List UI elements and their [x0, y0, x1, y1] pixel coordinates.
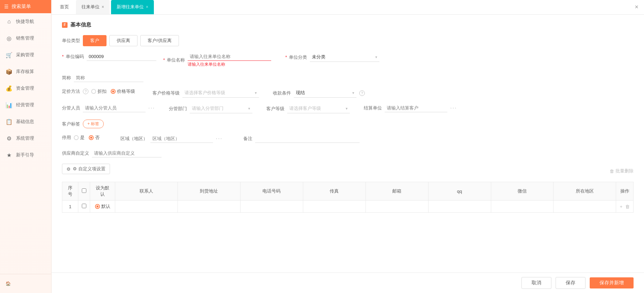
- col-email: 邮箱: [366, 182, 428, 201]
- unit-type-label: 单位类型: [62, 38, 80, 44]
- table-section: ⚙ ⚙ 自定义项设置 🗑 批量删除 序号 设为默认 联系人 到货地址: [62, 164, 634, 213]
- customer-level-select[interactable]: 请选择客户等级 ▾: [287, 104, 350, 113]
- payment-terms-select[interactable]: 现结 ▾: [294, 88, 356, 98]
- contacts-table: 序号 设为默认 联系人 到货地址 电话号码 传真 邮箱 qq 微信 所在地区 操…: [62, 182, 634, 213]
- form-row-5: 客户标签 + 标签: [62, 120, 634, 128]
- unit-btn-supplier[interactable]: 供应离: [109, 35, 138, 46]
- pricing-method-label: 定价方法: [62, 88, 80, 95]
- supplier-custom-field: 供应商自定义: [62, 149, 162, 157]
- footer: 取消 保存 保存并新增: [52, 272, 644, 293]
- cell-contact: [115, 201, 178, 213]
- department-select[interactable]: 请输入分管部门 ▾: [190, 104, 252, 113]
- remark-field: 备注: [243, 135, 360, 143]
- short-name-input[interactable]: [74, 74, 143, 82]
- unit-name-label: * 单位名称: [163, 57, 185, 63]
- add-row-icon[interactable]: +: [620, 204, 622, 209]
- custom-settings-button[interactable]: ⚙ ⚙ 自定义项设置: [62, 164, 110, 174]
- form-row-7: 供应商自定义: [62, 149, 634, 157]
- disabled-no-radio[interactable]: 否: [89, 135, 100, 141]
- select-all-checkbox[interactable]: [82, 188, 86, 193]
- unit-category-arrow: ▾: [375, 55, 377, 59]
- sidebar-item-basic-info[interactable]: 📋 基础信息: [0, 113, 51, 130]
- disabled-radio-group: 是 否: [74, 135, 100, 141]
- sidebar-item-purchase-mgmt[interactable]: 🛒 采购管理: [0, 47, 51, 63]
- purchase-icon: 🛒: [6, 51, 13, 58]
- manager-input[interactable]: [83, 104, 146, 112]
- unit-name-error: 请输入往来单位名称: [188, 62, 271, 67]
- sys-icon: ⚙: [6, 135, 13, 142]
- unit-category-select[interactable]: 未分类 ▾: [310, 52, 379, 62]
- close-partners-tab[interactable]: ×: [102, 5, 104, 9]
- sidebar-item-new-guide[interactable]: ★ 新手引导: [0, 147, 51, 163]
- sidebar-item-operations[interactable]: 📊 经营管理: [0, 97, 51, 113]
- region-dots[interactable]: ···: [216, 136, 222, 142]
- short-name-label: 简称: [62, 75, 71, 81]
- manager-dots[interactable]: ···: [148, 105, 155, 111]
- save-button[interactable]: 保存: [556, 277, 586, 289]
- default-radio[interactable]: 默认: [94, 203, 111, 210]
- sidebar-item-finance[interactable]: 💰 资金管理: [0, 80, 51, 97]
- remark-input[interactable]: [255, 135, 360, 143]
- pricing-discount-radio[interactable]: 折扣: [91, 88, 107, 95]
- customer-tag-label: 客户标签: [62, 121, 80, 127]
- sidebar-item-label: 资金管理: [16, 85, 34, 91]
- customer-price-level-arrow: ▾: [255, 91, 257, 95]
- close-new-partner-tab[interactable]: ×: [146, 5, 148, 9]
- tab-partners[interactable]: 往来单位 ×: [76, 0, 110, 14]
- email-input[interactable]: [369, 204, 425, 209]
- cancel-button[interactable]: 取消: [521, 277, 551, 289]
- cell-email: [366, 201, 428, 213]
- sidebar-item-label: 库存核算: [16, 68, 34, 75]
- qq-input[interactable]: [432, 204, 487, 209]
- unit-btn-both[interactable]: 客户/供应离: [140, 35, 179, 46]
- sidebar-item-quick-nav[interactable]: ⌂ 快捷导航: [0, 13, 51, 30]
- pricing-level-radio[interactable]: 价格等级: [111, 88, 135, 95]
- customer-price-level-label: 客户价格等级: [152, 90, 180, 96]
- sidebar-item-sys-mgmt[interactable]: ⚙ 系统管理: [0, 130, 51, 147]
- tab-home[interactable]: 首页: [54, 0, 74, 14]
- col-qq: qq: [428, 182, 491, 201]
- add-tag-button[interactable]: + 标签: [83, 120, 104, 128]
- sidebar-item-sales-mgmt[interactable]: ◎ 销售管理: [0, 30, 51, 47]
- sidebar-bottom-item-1[interactable]: 🏠: [0, 278, 51, 290]
- settlement-unit-dots[interactable]: ···: [450, 105, 457, 111]
- payment-terms-help[interactable]: ?: [359, 90, 365, 96]
- contact-input[interactable]: [119, 204, 174, 209]
- unit-name-with-error: 请输入往来单位名称: [188, 52, 271, 67]
- phone-input[interactable]: [244, 204, 299, 209]
- customer-price-level-select[interactable]: 请选择客户价格等级 ▾: [182, 88, 259, 98]
- fax-input[interactable]: [307, 204, 362, 209]
- remark-label: 备注: [243, 136, 252, 142]
- wechat-input[interactable]: [495, 204, 550, 209]
- settlement-unit-input[interactable]: [385, 104, 447, 112]
- address-input[interactable]: [181, 204, 237, 209]
- default-radio-circle: [95, 204, 100, 209]
- col-checkbox: [78, 182, 90, 201]
- batch-delete-button[interactable]: 🗑 批量删除: [610, 168, 634, 174]
- disabled-field: 停用 是 否: [62, 135, 100, 141]
- save-new-button[interactable]: 保存并新增: [590, 277, 634, 288]
- short-name-field: 简称: [62, 74, 143, 82]
- search-menu[interactable]: ☰ 搜索菜单: [0, 0, 51, 13]
- settings-icon: ⚙: [66, 166, 71, 172]
- row-checkbox[interactable]: [82, 204, 86, 208]
- unit-code-input[interactable]: [87, 52, 156, 61]
- sidebar-item-inventory[interactable]: 📦 库存核算: [0, 63, 51, 80]
- tab-new-partner[interactable]: 新增往来单位 ×: [111, 0, 154, 14]
- delete-row-icon[interactable]: 🗑: [625, 204, 630, 209]
- disabled-no-circle: [89, 135, 94, 140]
- tabbar-close-btn[interactable]: ×: [632, 0, 641, 14]
- unit-name-input[interactable]: [188, 52, 271, 61]
- customer-level-field: 客户等级 请选择客户等级 ▾: [266, 104, 350, 113]
- unit-code-field: * 单位编码: [62, 52, 156, 61]
- disabled-yes-radio[interactable]: 是: [74, 135, 85, 141]
- supplier-custom-input[interactable]: [92, 149, 162, 157]
- table-region-input[interactable]: [557, 204, 612, 209]
- operations-icon: 📊: [6, 101, 13, 108]
- region-input[interactable]: [150, 135, 213, 143]
- col-address: 到货地址: [178, 182, 240, 201]
- pricing-method-help[interactable]: ?: [83, 89, 88, 94]
- tabbar: 首页 往来单位 × 新增往来单位 × ×: [52, 0, 644, 15]
- cell-qq: [428, 201, 491, 213]
- unit-btn-customer[interactable]: 客户: [83, 35, 107, 46]
